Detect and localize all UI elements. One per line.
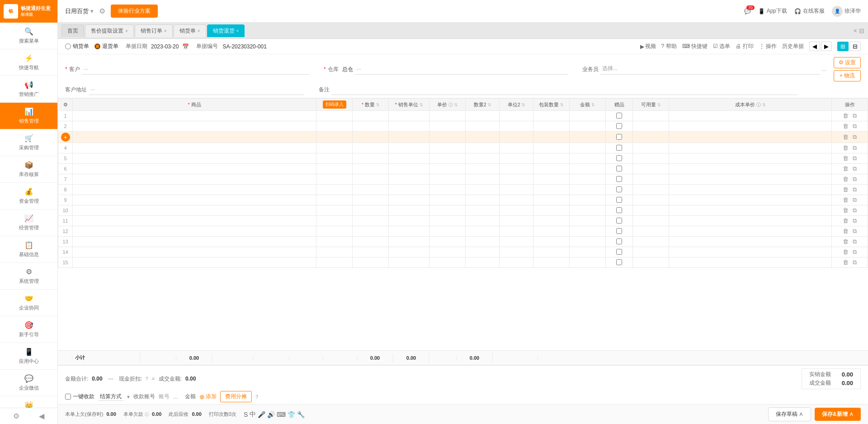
tabs-menu-btn[interactable]: ⊟ — [859, 27, 864, 34]
grid-view-btn[interactable]: ⊞ — [837, 42, 849, 51]
nav-dropdown[interactable]: 日用百货 ▾ — [65, 7, 94, 15]
mic-icon[interactable]: 🎤 — [258, 411, 265, 418]
gift-checkbox[interactable] — [616, 145, 622, 151]
copy-row-btn[interactable]: ⧉ — [851, 133, 858, 141]
sidebar-item-system[interactable]: ⚙ 系统管理 — [0, 263, 57, 290]
product-cell[interactable] — [73, 185, 316, 195]
tab-sales-return-close[interactable]: × — [236, 29, 239, 33]
delete-row-btn[interactable]: 🗑 — [841, 227, 850, 235]
list-view-btn[interactable]: ⊟ — [849, 42, 861, 51]
sidebar-item-appstore[interactable]: 📱 应用中心 — [0, 343, 57, 370]
header-settings-icon[interactable]: ⚙ — [99, 7, 105, 15]
message-center[interactable]: 💬 70 — [744, 8, 751, 14]
next-doc-btn[interactable]: ▶ — [821, 42, 832, 51]
tab-home[interactable]: 首页 — [61, 24, 84, 37]
settlement-method[interactable]: 结算方式 — [98, 393, 123, 401]
prev-doc-btn[interactable]: ◀ — [809, 42, 820, 51]
save-new-btn[interactable]: 保存&新增 ∧ — [815, 408, 861, 421]
product-cell[interactable] — [73, 247, 316, 257]
col-qty-sort[interactable]: ⇅ — [376, 103, 380, 107]
delete-row-btn[interactable]: 🗑 — [841, 165, 850, 172]
delete-row-btn[interactable]: 🗑 — [841, 248, 850, 256]
product-cell[interactable] — [73, 121, 316, 132]
gift-checkbox[interactable] — [616, 166, 622, 172]
scan-btn[interactable]: 扫码录入 — [323, 100, 346, 109]
product-cell[interactable] — [73, 174, 316, 185]
delete-row-btn[interactable]: 🗑 — [841, 186, 850, 193]
copy-row-btn[interactable]: ⧉ — [851, 175, 858, 183]
sidebar-item-marketing[interactable]: 📢 营销推广 — [0, 76, 57, 103]
save-draft-btn[interactable]: 保存草稿 ∧ — [768, 407, 811, 421]
delete-row-btn[interactable]: 🗑 — [841, 122, 850, 130]
date-value[interactable]: 2023-03-20 — [151, 43, 179, 50]
fee-help-icon[interactable]: ? — [255, 394, 258, 400]
customer-input[interactable]: ... — [82, 64, 309, 75]
copy-row-btn[interactable]: ⧉ — [851, 217, 858, 225]
gift-checkbox[interactable] — [616, 123, 622, 129]
product-cell[interactable] — [73, 237, 316, 247]
one-click-checkbox[interactable] — [65, 394, 71, 400]
tab-sales-delivery[interactable]: 销货单 × — [174, 24, 206, 37]
logistics-btn[interactable]: + 物流 — [834, 70, 861, 81]
product-cell[interactable] — [73, 143, 316, 153]
keyboard-icon[interactable]: ⌨ — [277, 411, 286, 418]
experience-btn[interactable]: 体验行业方案 — [111, 5, 158, 18]
settings-bottom-icon[interactable]: ⚙ — [13, 412, 19, 420]
add-payment-btn[interactable]: ⊕ 添加 — [199, 393, 217, 400]
gift-checkbox[interactable] — [616, 186, 622, 192]
delete-row-btn[interactable]: 🗑 — [841, 196, 850, 204]
salesperson-input[interactable]: 选择... — [600, 64, 820, 75]
copy-row-btn[interactable]: ⧉ — [851, 248, 858, 256]
delete-row-btn[interactable]: 🗑 — [841, 175, 850, 183]
video-link[interactable]: ▶ 视频 — [640, 43, 656, 50]
calendar-icon[interactable]: 📅 — [182, 43, 189, 50]
delete-row-btn[interactable]: 🗑 — [841, 154, 850, 162]
delete-row-btn[interactable]: 🗑 — [841, 258, 850, 266]
copy-row-btn[interactable]: ⧉ — [851, 186, 858, 194]
gift-checkbox[interactable] — [616, 197, 622, 203]
delete-row-btn[interactable]: 🗑 — [841, 112, 850, 119]
col-amount-sort[interactable]: ⇅ — [591, 103, 595, 107]
col-settings-icon[interactable]: ⚙ — [63, 102, 68, 107]
copy-row-btn[interactable]: ⧉ — [851, 206, 858, 214]
collapse-icon[interactable]: ◀ — [39, 412, 44, 420]
sidebar-item-newbie[interactable]: 🎯 新手引导 — [0, 316, 57, 343]
copy-row-btn[interactable]: ⧉ — [851, 196, 858, 204]
delete-row-btn[interactable]: 🗑 — [841, 238, 850, 245]
help-icon2[interactable]: ? — [146, 376, 148, 381]
tab-sales-order-close[interactable]: × — [164, 29, 167, 33]
product-cell[interactable] — [73, 164, 316, 174]
copy-row-btn[interactable]: ⧉ — [851, 122, 858, 130]
address-input[interactable]: ... — [89, 84, 304, 95]
tools-icon[interactable]: 🔧 — [297, 411, 305, 418]
tab-sales-delivery-close[interactable]: × — [198, 29, 200, 33]
gift-checkbox[interactable] — [616, 113, 622, 119]
sidebar-item-inventory[interactable]: 📦 库存核算 — [0, 156, 57, 183]
print-link[interactable]: 🖨 打印 — [736, 43, 753, 50]
sidebar-item-finance[interactable]: 💰 资金管理 — [0, 183, 57, 210]
product-cell[interactable] — [73, 226, 316, 237]
selection-link[interactable]: ☑ 选单 — [713, 43, 730, 50]
sidebar-item-quick[interactable]: ⚡ 快捷导航 — [0, 49, 57, 76]
gift-checkbox[interactable] — [616, 238, 622, 244]
copy-row-btn[interactable]: ⧉ — [851, 154, 858, 162]
gift-checkbox[interactable] — [616, 134, 622, 140]
sidebar-item-vip[interactable]: 👑 畅会员 — [0, 396, 57, 408]
voice-icon[interactable]: 🔊 — [267, 411, 275, 418]
help-link[interactable]: ? 帮助 — [661, 43, 677, 50]
delete-row-btn[interactable]: 🗑 — [841, 144, 850, 152]
sidebar-item-search[interactable]: 🔍 搜索菜单 — [0, 23, 57, 49]
cost-price-info-icon[interactable]: ⓘ — [756, 102, 761, 107]
sidebar-item-basic[interactable]: 📋 基础信息 — [0, 236, 57, 263]
sidebar-item-sales[interactable]: 📊 销售管理 — [0, 103, 57, 129]
app-download-btn[interactable]: 📱 App下载 — [758, 7, 787, 15]
product-cell[interactable] — [73, 205, 316, 216]
gift-checkbox[interactable] — [616, 228, 622, 234]
copy-row-btn[interactable]: ⧉ — [851, 144, 858, 152]
tabs-close-btn[interactable]: × — [854, 27, 857, 34]
tab-price-settings-close[interactable]: × — [125, 29, 128, 33]
gift-checkbox[interactable] — [616, 207, 622, 213]
col-unit-sort[interactable]: ⇅ — [420, 103, 423, 107]
col-pkg-sort[interactable]: ⇅ — [560, 103, 564, 107]
product-cell[interactable] — [73, 216, 316, 226]
